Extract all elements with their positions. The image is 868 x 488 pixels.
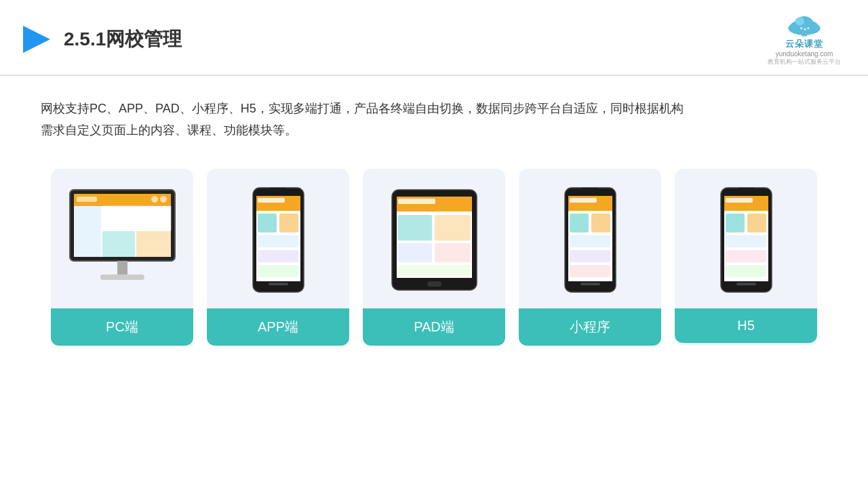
page-container: 2.5.1网校管理 云朵课堂 yunduoketang.com 教育机构 [0, 0, 868, 488]
logo-area: 云朵课堂 yunduoketang.com 教育机构一站式服务云平台 [768, 12, 841, 66]
svg-rect-32 [269, 283, 288, 285]
svg-rect-50 [570, 235, 610, 247]
svg-rect-59 [726, 214, 745, 232]
card-h5-image [686, 182, 806, 298]
svg-rect-56 [736, 188, 756, 195]
description-line: 网校支持PC、APP、PAD、小程序、H5，实现多端打通，产品各终端自由切换，数… [41, 98, 827, 119]
svg-rect-17 [77, 197, 97, 202]
card-pad-image [374, 182, 494, 298]
play-icon [20, 23, 53, 56]
svg-point-7 [804, 28, 806, 30]
card-pad: PAD端 [363, 169, 505, 346]
tablet-svg [389, 186, 480, 293]
card-miniapp: 小程序 [519, 169, 661, 346]
svg-rect-63 [726, 265, 766, 277]
svg-rect-16 [136, 231, 171, 257]
svg-rect-19 [160, 196, 167, 203]
card-app: APP端 [207, 169, 349, 346]
svg-rect-38 [398, 215, 432, 241]
svg-rect-21 [100, 274, 144, 280]
svg-rect-64 [736, 283, 756, 285]
svg-rect-20 [117, 261, 127, 276]
svg-rect-45 [580, 188, 600, 195]
svg-rect-40 [398, 243, 432, 262]
logo-icon [784, 12, 825, 38]
svg-rect-9 [802, 34, 807, 36]
phone-miniapp-svg [561, 186, 619, 293]
page-title: 2.5.1网校管理 [64, 26, 182, 52]
card-pc-label: PC端 [51, 308, 193, 346]
card-app-label: APP端 [207, 308, 349, 346]
svg-rect-13 [74, 206, 101, 257]
svg-rect-27 [258, 214, 277, 232]
phone-app-svg [250, 186, 307, 293]
svg-rect-18 [151, 196, 158, 203]
card-miniapp-label: 小程序 [519, 308, 661, 346]
svg-rect-15 [102, 231, 135, 257]
svg-rect-51 [570, 250, 610, 262]
svg-marker-0 [23, 26, 50, 53]
svg-rect-24 [269, 188, 288, 195]
svg-rect-61 [726, 235, 766, 247]
svg-rect-49 [591, 214, 610, 232]
svg-rect-62 [726, 250, 766, 262]
svg-rect-60 [747, 214, 766, 232]
card-pc: PC端 [51, 169, 193, 346]
card-pc-image [62, 182, 182, 298]
svg-rect-35 [427, 281, 441, 287]
svg-rect-58 [726, 198, 753, 203]
svg-point-5 [795, 18, 804, 26]
svg-point-6 [800, 27, 802, 29]
svg-rect-31 [258, 265, 298, 277]
logo-tagline: 教育机构一站式服务云平台 [768, 58, 841, 66]
cards-section: PC端 [0, 155, 868, 359]
card-pad-label: PAD端 [363, 308, 505, 346]
card-app-image [218, 182, 338, 298]
svg-rect-29 [258, 235, 298, 247]
header-left: 2.5.1网校管理 [20, 23, 182, 56]
svg-rect-28 [279, 214, 298, 232]
card-miniapp-image [530, 182, 650, 298]
phone-h5-svg [717, 186, 775, 293]
svg-point-8 [807, 27, 809, 29]
svg-rect-37 [398, 199, 435, 204]
header: 2.5.1网校管理 云朵课堂 yunduoketang.com 教育机构 [0, 0, 868, 76]
logo-name: 云朵课堂 [785, 38, 823, 50]
logo-url: yunduoketang.com [776, 50, 833, 58]
monitor-svg [63, 186, 182, 293]
card-h5-label: H5 [675, 308, 817, 343]
svg-rect-48 [570, 214, 589, 232]
svg-rect-53 [580, 283, 600, 285]
svg-rect-41 [435, 243, 471, 262]
card-h5: H5 [675, 169, 817, 346]
svg-rect-14 [102, 206, 171, 230]
svg-rect-42 [398, 265, 471, 276]
svg-rect-39 [435, 215, 471, 241]
svg-rect-47 [570, 198, 597, 203]
description-line2: 需求自定义页面上的内容、课程、功能模块等。 [41, 119, 827, 141]
svg-rect-30 [258, 250, 298, 262]
svg-rect-26 [258, 198, 285, 203]
svg-rect-52 [570, 265, 610, 277]
description-text: 网校支持PC、APP、PAD、小程序、H5，实现多端打通，产品各终端自由切换，数… [0, 76, 868, 155]
